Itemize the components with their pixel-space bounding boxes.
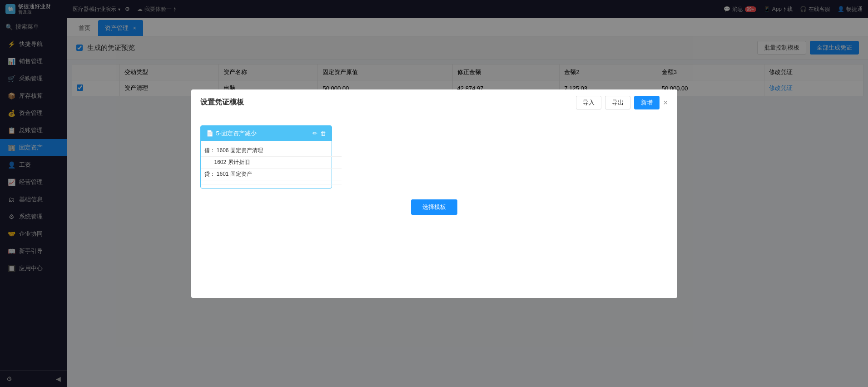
dialog-close-btn[interactable]: × — [663, 99, 668, 107]
dialog-header: 设置凭证模板 导入 导出 新增 × — [191, 89, 677, 116]
template-card-body: 借： 1606 固定资产清理 1602 累计折旧 — [201, 141, 332, 188]
import-btn[interactable]: 导入 — [576, 96, 601, 109]
select-template-container: 选择模板 — [200, 196, 668, 215]
template-name: 5-固定资产减少 — [216, 129, 257, 138]
template-card-icons: ✏ 🗑 — [312, 130, 326, 137]
entry-type-credit: 贷： 1601 固定资产 — [201, 169, 269, 180]
dialog-title: 设置凭证模板 — [200, 98, 244, 107]
dialog-overlay: 设置凭证模板 导入 导出 新增 × 📄 5-固定资产减少 ✏ 🗑 — [0, 0, 868, 387]
select-template-btn[interactable]: 选择模板 — [411, 199, 457, 215]
export-btn[interactable]: 导出 — [605, 96, 630, 109]
template-entry-row: 借： 1606 固定资产清理 — [201, 145, 332, 157]
entry-type-2: 1602 累计折旧 — [201, 157, 269, 169]
template-delete-icon[interactable]: 🗑 — [320, 130, 326, 137]
template-entry-row-3: 贷： 1601 固定资产 — [201, 169, 332, 180]
template-entry-row-2: 1602 累计折旧 — [201, 157, 332, 169]
template-card-header: 📄 5-固定资产减少 ✏ 🗑 — [201, 126, 332, 141]
template-entry-row-4 — [201, 180, 332, 184]
entry-type-debit: 借： 1606 固定资产清理 — [201, 145, 269, 157]
entry-debit-amount — [269, 145, 305, 157]
template-edit-icon[interactable]: ✏ — [312, 130, 317, 137]
template-card: 📄 5-固定资产减少 ✏ 🗑 借： 1606 固定资产清理 — [200, 125, 332, 189]
template-doc-icon: 📄 — [206, 130, 213, 137]
new-template-btn[interactable]: 新增 — [634, 96, 660, 109]
dialog-body: 📄 5-固定资产减少 ✏ 🗑 借： 1606 固定资产清理 — [191, 116, 677, 298]
set-template-dialog: 设置凭证模板 导入 导出 新增 × 📄 5-固定资产减少 ✏ 🗑 — [191, 89, 677, 298]
entry-credit-amount — [305, 145, 342, 157]
